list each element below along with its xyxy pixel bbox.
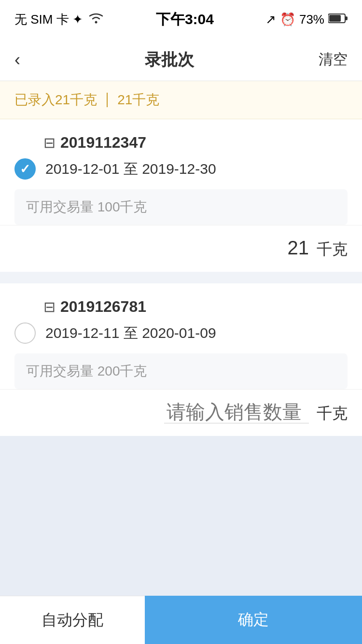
info-banner: 已录入21千克 21千克: [0, 81, 362, 119]
recorded-value: 21千克: [117, 91, 159, 109]
svg-point-0: [95, 21, 97, 23]
batch-1-amount: 21: [288, 237, 309, 259]
batch-2-id-row: ⊟ 2019126781: [43, 298, 348, 316]
batch-1-date-row[interactable]: ✓ 2019-12-01 至 2019-12-30: [14, 158, 348, 180]
status-left: 无 SIM 卡 ✦: [14, 11, 104, 28]
location-icon: ↗: [265, 12, 276, 27]
batch-1-icon: ⊟: [43, 134, 56, 151]
page-title: 录批次: [145, 49, 194, 71]
confirm-button[interactable]: 确定: [145, 596, 362, 644]
batch-2-avail-box: 可用交易量 200千克: [14, 353, 348, 389]
bottom-bar: 自动分配 确定: [0, 596, 362, 644]
batch-1-avail: 可用交易量 100千克: [26, 199, 147, 214]
batch-1-radio[interactable]: ✓: [14, 158, 36, 180]
battery-text: 73%: [299, 12, 324, 27]
alarm-icon: ⏰: [280, 12, 295, 27]
batch-1-id-row: ⊟ 2019112347: [43, 134, 348, 152]
info-divider: [107, 93, 108, 107]
battery-icon: [328, 12, 348, 27]
wifi-icon: [88, 12, 104, 27]
auto-distribute-button[interactable]: 自动分配: [0, 596, 145, 644]
clear-button[interactable]: 清空: [319, 50, 348, 70]
batch-1-id: 2019112347: [60, 134, 146, 152]
batch-1-avail-box: 可用交易量 100千克: [14, 189, 348, 225]
svg-rect-3: [329, 15, 341, 22]
batch-1-amount-row: 21 千克: [0, 225, 362, 272]
recorded-label: 已录入21千克: [14, 91, 97, 109]
batch-2-radio[interactable]: [14, 322, 36, 344]
sales-quantity-input[interactable]: [164, 401, 309, 423]
status-right: ↗ ⏰ 73%: [265, 12, 348, 27]
batch-2-input-row[interactable]: 千克: [0, 389, 362, 436]
batch-2-unit: 千克: [317, 403, 348, 424]
status-time: 下午3:04: [156, 10, 214, 29]
no-sim-text: 无 SIM 卡 ✦: [14, 11, 83, 28]
check-icon: ✓: [20, 162, 30, 177]
batch-card-1: ⊟ 2019112347 ✓ 2019-12-01 至 2019-12-30 可…: [0, 119, 362, 272]
batch-1-unit: 千克: [317, 239, 348, 260]
batch-2-id: 2019126781: [60, 298, 146, 316]
batch-2-avail: 可用交易量 200千克: [26, 364, 147, 378]
svg-rect-2: [345, 16, 348, 20]
batch-1-date: 2019-12-01 至 2019-12-30: [45, 159, 216, 179]
card-separator-1: [0, 272, 362, 283]
back-button[interactable]: ‹: [14, 50, 20, 70]
batch-2-icon: ⊟: [43, 298, 56, 315]
status-bar: 无 SIM 卡 ✦ 下午3:04 ↗ ⏰ 73%: [0, 0, 362, 39]
nav-bar: ‹ 录批次 清空: [0, 39, 362, 81]
batch-2-date: 2019-12-11 至 2020-01-09: [45, 323, 216, 343]
batch-card-2: ⊟ 2019126781 2019-12-11 至 2020-01-09 可用交…: [0, 283, 362, 436]
batch-2-date-row[interactable]: 2019-12-11 至 2020-01-09: [14, 322, 348, 344]
